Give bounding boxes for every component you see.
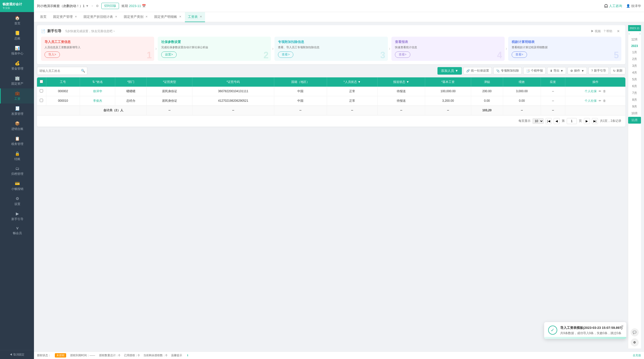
cal-month-jan[interactable]: 1月	[628, 49, 641, 56]
select-all-checkbox[interactable]	[40, 80, 43, 83]
add-person-button[interactable]: 添加人员 ▼	[437, 67, 462, 75]
tab-fixed-assets-close-icon[interactable]: ✕	[75, 15, 77, 18]
tab-asset-category-close-icon[interactable]: ✕	[145, 15, 148, 18]
row-checkbox[interactable]	[40, 89, 43, 92]
cal-month-may[interactable]: 5月	[628, 76, 641, 83]
wizard-close-button[interactable]: ✕	[615, 29, 621, 34]
tab-depreciation-close-icon[interactable]: ✕	[115, 15, 117, 18]
cal-month-aug[interactable]: 8月	[628, 96, 641, 103]
page-input[interactable]: 1	[567, 118, 577, 124]
base-salary-cell: 3,200.00	[425, 96, 471, 106]
social-insurance-action-link[interactable]: 个人社保	[585, 89, 597, 93]
edit-icon[interactable]: ✏	[599, 89, 601, 93]
first-page-button[interactable]: |◀	[546, 118, 552, 124]
search-icon[interactable]: 🔍	[81, 69, 85, 73]
sidebar-item-invoice[interactable]: 🧾 发票管理	[0, 104, 34, 119]
sidebar-item-guide[interactable]: ▶ 新手引导	[0, 209, 34, 224]
tab-asset-detail-label: 固定资产明细账	[154, 15, 177, 19]
ledger-icon: 📒	[15, 31, 20, 35]
help-link[interactable]: ? 帮助	[604, 29, 612, 33]
cal-next-icon[interactable]: ›	[639, 32, 640, 35]
cal-month-feb[interactable]: 2月	[628, 56, 641, 63]
cal-month-apr[interactable]: 4月	[628, 69, 641, 76]
base-salary-cell: 100,000.00	[425, 87, 471, 96]
refresh-button[interactable]: ↻ 刷新	[610, 67, 625, 74]
step-4-title: 查看报表	[395, 40, 501, 44]
cal-month-oct[interactable]: 10月	[628, 110, 641, 117]
summary-dash-5: --	[377, 106, 425, 115]
cal-prev-icon[interactable]: ‹	[629, 32, 630, 35]
goto-auth-link[interactable]: 去充值	[633, 353, 641, 357]
tab-payroll[interactable]: 工资表 ✕	[185, 12, 205, 22]
version-switch-button[interactable]: 切到旧版	[101, 3, 119, 9]
search-input[interactable]	[39, 69, 81, 73]
tax-report-button[interactable]: 📑 个税申报	[523, 67, 546, 74]
sidebar-item-member[interactable]: V 畅会员	[0, 224, 34, 238]
sidebar-item-payroll[interactable]: 💼 工资	[0, 88, 34, 104]
tab-asset-detail-close-icon[interactable]: ✕	[179, 15, 181, 18]
cal-month-nov[interactable]: 11月	[628, 117, 641, 124]
tab-home[interactable]: 首页	[37, 12, 50, 22]
auth-status-label: 授权状态：	[37, 353, 51, 357]
tab-asset-detail[interactable]: 固定资产明细账 ✕	[151, 12, 184, 22]
status-filter-icon[interactable]: ▼	[358, 80, 361, 84]
cal-month-jun[interactable]: 6月	[628, 83, 641, 90]
social-insurance-button[interactable]: 🔗 统一社保设置	[463, 67, 492, 74]
toast-close-button[interactable]: ✕	[621, 324, 624, 328]
next-page-button[interactable]: ▶	[584, 118, 590, 124]
last-page-button[interactable]: ▶|	[592, 118, 598, 124]
cal-month-jul[interactable]: 7月	[628, 90, 641, 96]
per-page-select[interactable]: 10 20 50	[533, 118, 544, 124]
cal-month-mar[interactable]: 3月	[628, 63, 641, 69]
feedback-icon[interactable]: 💬	[631, 328, 639, 336]
step-5-button[interactable]: 查看>	[512, 52, 527, 58]
ai-service-button[interactable]: 🎧 人工咨询	[604, 4, 622, 8]
employee-name-link[interactable]: 李俊杰	[93, 99, 102, 102]
unpin-button[interactable]: ◀ 取消固定	[0, 350, 34, 359]
account-selector[interactable]: 刘小艳演示账套（勿删勿动！）1 ▼	[37, 4, 89, 8]
step-2-button[interactable]: 设置>	[161, 52, 177, 58]
step-1-button[interactable]: 导入>	[45, 52, 60, 58]
sidebar-item-expense[interactable]: 💳 小畅报销	[0, 179, 34, 194]
sidebar-item-tax[interactable]: 📋 税务管理	[0, 134, 34, 149]
cal-month-sep[interactable]: 9月	[628, 103, 641, 110]
employee-name-link[interactable]: 徐泽华	[93, 89, 102, 93]
cal-month-dec[interactable]: 12月	[628, 36, 641, 43]
edit-icon[interactable]: ✏	[599, 99, 601, 102]
pagination: 每页显示 10 20 50 |◀ ◀ 第 1 页 ▶ ▶| 共1页，2条记录	[37, 115, 625, 127]
video-link[interactable]: ▶ 视频	[591, 29, 601, 33]
step-3-button[interactable]: 查看>	[278, 52, 293, 58]
guide-button[interactable]: ? 新手引导	[588, 67, 609, 74]
tab-asset-category[interactable]: 固定资产类别 ✕	[121, 12, 151, 22]
period-selector[interactable]: 账期 2023-11 📅	[122, 4, 146, 8]
operations-button[interactable]: ⚙ 操作 ▼	[568, 67, 587, 74]
toast-bg-decoration	[544, 337, 626, 339]
export-button[interactable]: ⬇ 导出 ▼	[547, 67, 566, 74]
sidebar-item-reports[interactable]: 📊 报表中心	[0, 43, 34, 58]
social-insurance-action-link[interactable]: 个人社保	[585, 99, 597, 102]
sidebar-item-funds[interactable]: 💰 资金管理	[0, 58, 34, 73]
prev-page-button[interactable]: ◀	[554, 118, 560, 124]
invoice-icon: 🧾	[15, 106, 20, 111]
user-menu[interactable]: 👤 徐泽华	[626, 4, 641, 8]
delete-icon[interactable]: 🗑	[603, 99, 606, 102]
allowance-cell: 200.00	[471, 87, 503, 96]
sidebar-item-inventory[interactable]: 📦 进销台账	[0, 119, 34, 134]
sidebar-item-settings[interactable]: ⚙ 设置	[0, 194, 34, 209]
tab-payroll-close-icon[interactable]: ✕	[200, 15, 202, 18]
report-filter-icon[interactable]: ▼	[406, 80, 409, 84]
col-actions: 操作	[565, 77, 625, 87]
special-deduction-button[interactable]: 📎 专项附加扣除	[493, 67, 522, 74]
delete-icon[interactable]: 🗑	[603, 89, 606, 93]
settings-small-icon[interactable]: ⚙	[631, 338, 639, 346]
settings-gear-icon[interactable]: ⚙	[96, 4, 99, 8]
sidebar-item-archive[interactable]: 🗂 归档管理	[0, 164, 34, 179]
row-checkbox[interactable]	[40, 99, 43, 102]
sidebar-item-fixed-assets[interactable]: 🏢 固定资产	[0, 73, 34, 88]
tab-depreciation[interactable]: 固定资产折旧统计表 ✕	[80, 12, 120, 22]
sidebar-item-closing[interactable]: 🔒 结账	[0, 149, 34, 164]
sidebar-item-home[interactable]: 🏠 首页	[0, 13, 34, 28]
tab-fixed-assets[interactable]: 固定资产管理 ✕	[50, 12, 80, 22]
sidebar-item-ledger[interactable]: 📒 总账	[0, 28, 34, 43]
step-4-button[interactable]: 查看>	[395, 52, 410, 58]
